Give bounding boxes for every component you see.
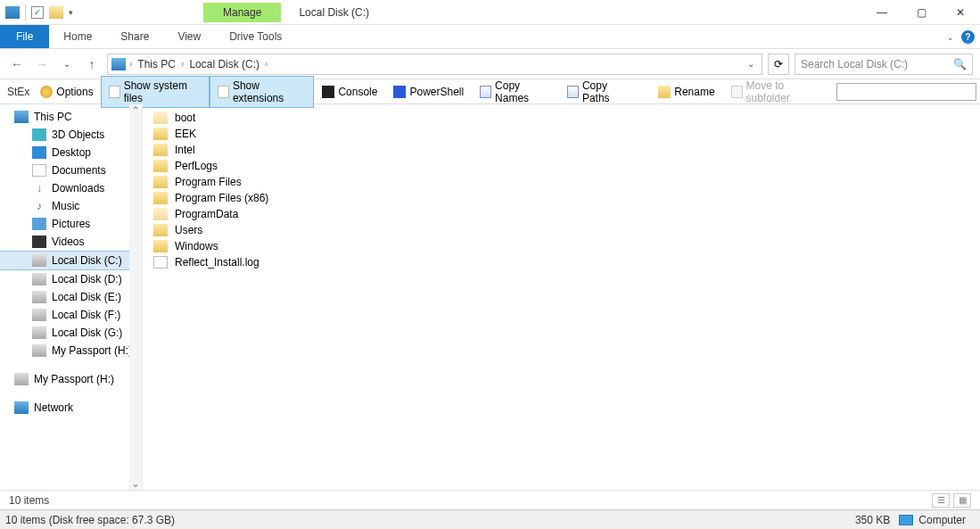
chevron-right-icon[interactable]: ›: [265, 59, 268, 69]
details-status-bar: 10 items (Disk free space: 67.3 GB) 350 …: [0, 509, 980, 529]
nav-item-3d-objects[interactable]: 3D Objects: [0, 126, 142, 144]
stex-copy-names-button[interactable]: Copy Names: [472, 76, 559, 108]
nav-item-label: Desktop: [52, 146, 91, 159]
search-placeholder: Search Local Disk (C:): [801, 58, 908, 70]
nav-item-local-disk-d-[interactable]: Local Disk (D:): [0, 270, 142, 288]
file-name: Program Files: [175, 176, 242, 188]
nav-item-label: Music: [52, 200, 79, 212]
nav-item-label: Pictures: [52, 218, 90, 230]
drive-tools-tab[interactable]: Drive Tools: [215, 25, 296, 48]
quick-access-toolbar: ✓ ▾: [0, 4, 78, 21]
nav-item-desktop[interactable]: Desktop: [0, 144, 142, 161]
nav-item-pictures[interactable]: Pictures: [0, 215, 142, 233]
stex-move-to-subfolder-button: Move to subfolder: [723, 76, 832, 108]
up-button[interactable]: ↑: [82, 54, 102, 74]
stex-options-button[interactable]: Options: [35, 86, 98, 98]
file-item-eek[interactable]: EEK: [153, 126, 969, 142]
file-item-users[interactable]: Users: [153, 222, 969, 238]
stex-button-label: PowerShell: [409, 86, 464, 98]
folder-icon: [153, 160, 168, 172]
maximize-button[interactable]: ▢: [902, 0, 941, 25]
manage-contextual-tab[interactable]: Manage: [203, 3, 281, 22]
chevron-right-icon[interactable]: ›: [181, 59, 184, 69]
disk-icon: [32, 309, 46, 321]
file-icon: [153, 256, 168, 269]
search-icon: 🔍: [953, 58, 967, 70]
refresh-button[interactable]: ⟳: [768, 54, 789, 75]
file-tab[interactable]: File: [0, 25, 49, 48]
nav-item-label: 3D Objects: [52, 128, 104, 141]
details-view-button[interactable]: ☰: [932, 493, 950, 508]
file-item-program-files-x86-[interactable]: Program Files (x86): [153, 190, 969, 206]
recent-dropdown-icon[interactable]: ⌄: [57, 54, 77, 74]
nav-item-music[interactable]: ♪Music: [0, 197, 142, 215]
file-item-boot[interactable]: boot: [153, 110, 969, 126]
obj3d-icon: [32, 128, 46, 141]
thumbnails-view-button[interactable]: ▦: [953, 493, 971, 508]
nav-item-my-passport-h-[interactable]: My Passport (H:): [0, 370, 142, 388]
new-folder-icon[interactable]: [49, 6, 63, 19]
file-name: Intel: [175, 144, 195, 156]
ribbon-collapse-icon[interactable]: ⌄: [947, 33, 954, 42]
stex-subfolder-input[interactable]: [836, 83, 976, 101]
pc-icon: [111, 58, 126, 70]
file-list[interactable]: bootEEKIntelPerfLogsProgram FilesProgram…: [143, 104, 980, 490]
nav-item-label: My Passport (H:): [52, 344, 132, 357]
stex-button-label: Show extensions: [233, 79, 307, 104]
stex-options-label: Options: [56, 86, 93, 98]
close-button[interactable]: ✕: [941, 0, 980, 25]
file-item-reflect-install-log[interactable]: Reflect_Install.log: [153, 254, 969, 270]
home-tab[interactable]: Home: [49, 25, 106, 48]
item-count-detail: 10 items (Disk free space: 67.3 GB): [5, 514, 175, 526]
nav-item-local-disk-g-[interactable]: Local Disk (G:): [0, 324, 142, 342]
file-item-programdata[interactable]: ProgramData: [153, 206, 969, 222]
back-button[interactable]: ←: [7, 54, 27, 74]
help-icon[interactable]: ?: [961, 30, 975, 44]
view-tab[interactable]: View: [163, 25, 215, 48]
stex-rename-button[interactable]: Rename: [650, 82, 722, 102]
breadcrumb-box[interactable]: › This PC › Local Disk (C:) › ⌄: [107, 54, 762, 75]
nav-item-documents[interactable]: Documents: [0, 161, 142, 179]
nav-item-downloads[interactable]: ↓Downloads: [0, 179, 142, 197]
nav-item-this-pc[interactable]: This PC: [0, 108, 142, 126]
address-dropdown-icon[interactable]: ⌄: [744, 59, 758, 69]
disk-icon: [32, 344, 46, 357]
stex-powershell-button[interactable]: PowerShell: [385, 82, 472, 102]
chevron-right-icon[interactable]: ›: [129, 59, 132, 69]
minimize-button[interactable]: —: [862, 0, 902, 25]
folder-icon: [153, 208, 168, 220]
stex-show-system-files-button[interactable]: Show system files: [101, 76, 210, 108]
qat-dropdown-icon[interactable]: ▾: [69, 8, 73, 17]
stex-button-label: Console: [338, 86, 377, 98]
breadcrumb-this-pc[interactable]: This PC: [136, 58, 177, 70]
stex-show-extensions-button[interactable]: Show extensions: [210, 76, 314, 108]
file-item-windows[interactable]: Windows: [153, 238, 969, 254]
file-item-perflogs[interactable]: PerfLogs: [153, 158, 969, 174]
nav-item-network[interactable]: Network: [0, 399, 142, 417]
nav-item-label: This PC: [34, 111, 72, 123]
net-icon: [14, 401, 29, 414]
nav-item-local-disk-c-[interactable]: Local Disk (C:): [0, 251, 142, 270]
file-name: ProgramData: [175, 208, 238, 220]
nav-item-label: Local Disk (D:): [52, 273, 122, 285]
stex-button-label: Copy Names: [495, 79, 551, 104]
nav-item-local-disk-e-[interactable]: Local Disk (E:): [0, 288, 142, 306]
nav-item-my-passport-h-[interactable]: My Passport (H:): [0, 342, 142, 360]
nav-item-local-disk-f-[interactable]: Local Disk (F:): [0, 306, 142, 324]
nav-item-videos[interactable]: Videos: [0, 233, 142, 251]
search-input[interactable]: Search Local Disk (C:) 🔍: [795, 54, 973, 75]
file-item-program-files[interactable]: Program Files: [153, 174, 969, 190]
breadcrumb-local-disk-c[interactable]: Local Disk (C:): [187, 58, 261, 70]
properties-icon[interactable]: ✓: [31, 6, 44, 19]
stex-button-label: Show system files: [124, 79, 202, 104]
scroll-up-icon[interactable]: ⌃: [131, 104, 140, 117]
file-item-intel[interactable]: Intel: [153, 142, 969, 158]
share-tab[interactable]: Share: [106, 25, 163, 48]
stex-console-button[interactable]: Console: [314, 82, 385, 102]
stex-copy-paths-button[interactable]: Copy Paths: [559, 76, 640, 108]
forward-button[interactable]: →: [32, 54, 52, 74]
file-name: Program Files (x86): [175, 192, 268, 204]
computer-indicator: Computer: [890, 514, 975, 526]
scroll-down-icon[interactable]: ⌄: [131, 477, 140, 490]
nav-scrollbar[interactable]: ⌃ ⌄: [129, 104, 142, 490]
